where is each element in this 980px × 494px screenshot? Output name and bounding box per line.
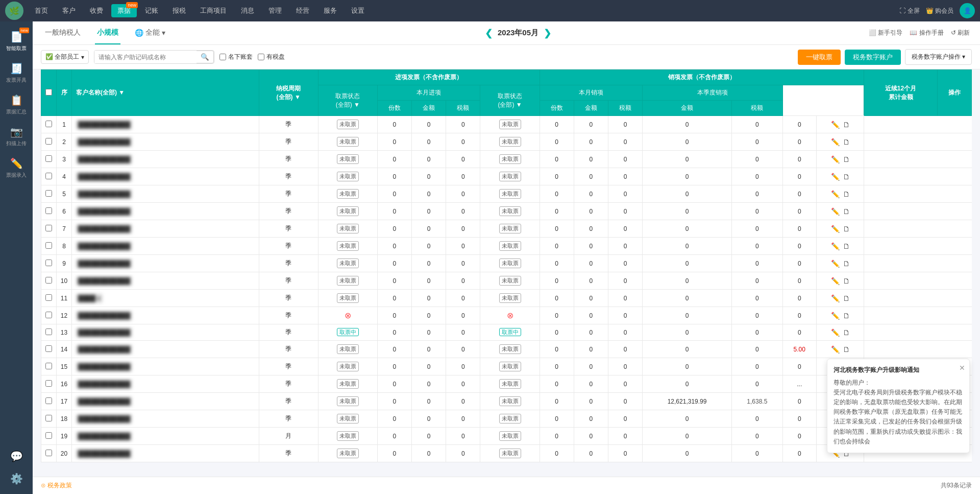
row-customer-name[interactable]: ████████████ [72,151,259,168]
row-select-checkbox[interactable] [45,121,52,127]
copy-icon[interactable]: 🗋 [843,277,850,285]
copy-icon[interactable]: 🗋 [843,345,850,354]
edit-icon[interactable]: ✏️ [831,225,840,233]
row-checkbox[interactable] [41,358,57,375]
manual-btn[interactable]: 📖 操作手册 [910,29,943,37]
row-checkbox[interactable] [41,307,57,324]
row-select-checkbox[interactable] [45,432,52,439]
row-customer-name[interactable]: ████████████ [72,255,259,272]
row-customer-name[interactable]: ████████████ [72,307,259,324]
edit-icon[interactable]: ✏️ [831,173,840,181]
sidebar-item-config[interactable]: ⚙️ [2,468,31,489]
edit-icon[interactable]: ✏️ [831,190,840,198]
copy-icon[interactable]: 🗋 [843,121,850,129]
select-all-checkbox[interactable] [45,89,52,96]
nav-customer[interactable]: 客户 [56,4,82,17]
row-customer-name[interactable]: ████████████ [72,428,259,445]
copy-icon[interactable]: 🗋 [843,260,850,268]
row-customer-name[interactable]: ████████████ [72,185,259,203]
row-select-checkbox[interactable] [45,207,52,214]
nav-operation[interactable]: 经营 [290,4,315,17]
copy-icon[interactable]: 🗋 [843,138,850,146]
copy-icon[interactable]: 🗋 [843,225,850,233]
row-checkbox[interactable] [41,410,57,428]
edit-icon[interactable]: ✏️ [831,312,840,320]
copy-icon[interactable]: 🗋 [843,155,850,163]
row-customer-name[interactable]: ████████████ [72,341,259,358]
subledger-checkbox[interactable] [219,54,226,60]
checkbox-taxdisk[interactable]: 有税盘 [258,53,285,61]
row-select-checkbox[interactable] [45,173,52,179]
sidebar-item-smart-ticket[interactable]: 📄 智能取票 new [2,27,31,56]
row-select-checkbox[interactable] [45,312,52,318]
row-select-checkbox[interactable] [45,242,52,249]
nav-home[interactable]: 首页 [29,4,54,17]
row-select-checkbox[interactable] [45,155,52,162]
row-checkbox[interactable] [41,290,57,307]
row-customer-name[interactable]: ████████████ [72,116,259,133]
row-select-checkbox[interactable] [45,294,52,301]
row-select-checkbox[interactable] [45,345,52,352]
row-checkbox[interactable] [41,168,57,185]
row-select-checkbox[interactable] [45,380,52,387]
row-checkbox[interactable] [41,185,57,203]
edit-icon[interactable]: ✏️ [831,260,840,268]
row-checkbox[interactable] [41,272,57,290]
checkbox-subledger[interactable]: 名下账套 [219,53,253,61]
fullscreen-btn[interactable]: ⛶ 全屏 [899,7,919,15]
row-select-checkbox[interactable] [45,225,52,231]
row-customer-name[interactable]: ████████████ [72,272,259,290]
edit-icon[interactable]: ✏️ [831,207,840,216]
row-checkbox[interactable] [41,238,57,255]
row-select-checkbox[interactable] [45,415,52,421]
sidebar-item-summary[interactable]: 📋 票据汇总 [2,90,31,120]
tab-small-scale[interactable]: 小规模 [95,21,120,44]
tax-policy-link[interactable]: ⊙ 税务政策 [41,481,72,490]
row-checkbox[interactable] [41,220,57,238]
copy-icon[interactable]: 🗋 [843,242,850,250]
sidebar-item-chat[interactable]: 💬 [2,446,31,466]
edit-icon[interactable]: ✏️ [831,328,840,337]
one-click-ticket-btn[interactable]: 一键取票 [798,50,841,65]
row-customer-name[interactable]: ████ e [72,290,259,307]
nav-invoice[interactable]: 票据 new [111,4,137,17]
row-select-checkbox[interactable] [45,397,52,404]
row-checkbox[interactable] [41,341,57,358]
row-checkbox[interactable] [41,324,57,341]
copy-icon[interactable]: 🗋 [843,207,850,216]
th-cycle[interactable]: 纳税周期(全部) ▼ [259,70,318,116]
row-checkbox[interactable] [41,375,57,393]
row-checkbox[interactable] [41,133,57,151]
edit-icon[interactable]: ✏️ [831,294,840,302]
nav-service[interactable]: 服务 [317,4,343,17]
edit-icon[interactable]: ✏️ [831,155,840,163]
row-select-checkbox[interactable] [45,190,52,197]
row-checkbox[interactable] [41,151,57,168]
digital-account-op-btn[interactable]: 税务数字账户操作 ▾ [905,49,972,65]
nav-manage[interactable]: 管理 [262,4,288,17]
row-customer-name[interactable]: ████████████ [72,393,259,410]
nav-fee[interactable]: 收费 [84,4,109,17]
row-customer-name[interactable]: ████████████ [72,375,259,393]
row-select-checkbox[interactable] [45,328,52,335]
copy-icon[interactable]: 🗋 [843,190,850,198]
th-customer[interactable]: 客户名称(全部) ▼ [72,70,259,116]
nav-settings[interactable]: 设置 [345,4,371,17]
avatar[interactable]: 👤 [960,3,975,18]
next-period-btn[interactable]: ❯ [544,28,551,39]
row-customer-name[interactable]: ████████████ [72,238,259,255]
nav-tax[interactable]: 报税 [166,4,192,17]
edit-icon[interactable]: ✏️ [831,277,840,285]
nav-business[interactable]: 工商项目 [194,4,233,17]
edit-icon[interactable]: ✏️ [831,138,840,146]
row-customer-name[interactable]: ████████████ [72,133,259,151]
row-checkbox[interactable] [41,116,57,133]
member-btn[interactable]: 👑 购会员 [926,7,953,15]
row-customer-name[interactable]: ████████████ [72,445,259,462]
copy-icon[interactable]: 🗋 [843,294,850,302]
nav-account[interactable]: 记账 [139,4,164,17]
row-select-checkbox[interactable] [45,138,52,145]
row-customer-name[interactable]: ████████████ [72,410,259,428]
tab-general-taxpayer[interactable]: 一般纳税人 [43,21,83,44]
row-checkbox[interactable] [41,445,57,462]
